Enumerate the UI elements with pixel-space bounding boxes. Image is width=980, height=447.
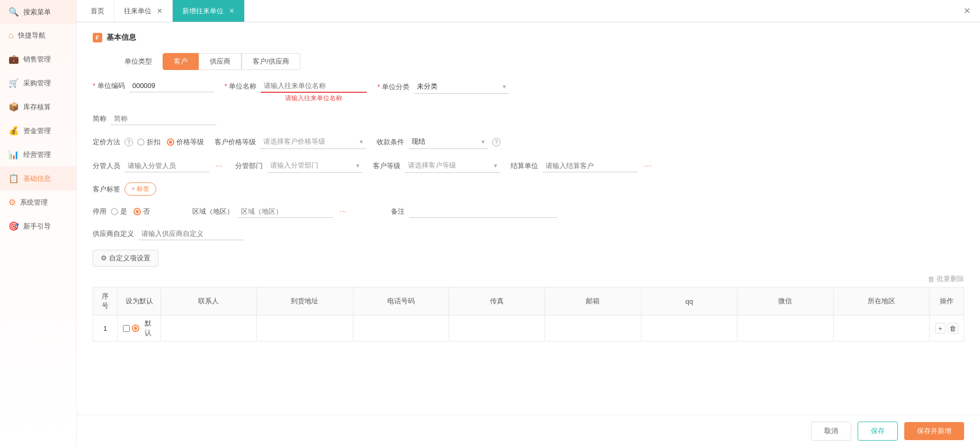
type-btn-both[interactable]: 客户/供应商	[242, 53, 300, 70]
tag-group: 客户标签 + 标签	[93, 182, 156, 196]
unit-name-input[interactable]	[261, 80, 367, 93]
cell-fax[interactable]	[449, 315, 545, 341]
default-radio[interactable]: 默认	[132, 319, 155, 338]
add-tag-button[interactable]: + 标签	[124, 182, 156, 196]
cell-address[interactable]	[257, 315, 353, 341]
chevron-down-icon: ▼	[493, 163, 500, 169]
supplier-custom-input[interactable]	[138, 227, 244, 240]
cell-phone[interactable]	[353, 315, 449, 341]
cell-email[interactable]	[545, 315, 641, 341]
settlement-more-icon[interactable]: ···	[642, 161, 653, 171]
tab-new-partner-close[interactable]: ✕	[229, 7, 235, 15]
remark-input[interactable]	[409, 205, 557, 218]
radio-discount[interactable]: 折扣	[137, 137, 161, 147]
sidebar-item-label: 快捷导航	[18, 31, 46, 40]
cell-wechat[interactable]	[737, 315, 833, 341]
tab-partners-close[interactable]: ✕	[157, 7, 163, 15]
qq-input[interactable]	[647, 325, 732, 332]
sidebar-item-sales[interactable]: 💼 销售管理	[0, 47, 76, 71]
disabled-label: 停用	[93, 207, 106, 216]
payment-terms-select[interactable]: 现结 ▼	[408, 135, 488, 149]
default-label: 默认	[141, 319, 155, 338]
customer-price-level-select[interactable]: 请选择客户价格等级 ▼	[260, 135, 366, 149]
cell-qq[interactable]	[641, 315, 737, 341]
radio-price-level[interactable]: 价格等级	[167, 137, 204, 147]
unit-code-input[interactable]	[129, 80, 214, 92]
disabled-radio-group: 是 否	[111, 207, 150, 216]
short-name-group: 简称	[93, 112, 217, 125]
save-button[interactable]: 保存	[858, 422, 898, 441]
customer-price-level-label: 客户价格等级	[215, 137, 256, 147]
radio-yes-label: 是	[120, 207, 127, 216]
batch-delete-button[interactable]: 🗑 批量删除	[928, 274, 964, 284]
default-radio-circle	[132, 325, 139, 332]
wechat-input[interactable]	[743, 325, 827, 332]
manager-more-icon[interactable]: ···	[213, 161, 225, 171]
department-select[interactable]: 请输入分管部门 ▼	[267, 159, 362, 173]
supplier-custom-label: 供应商自定义	[93, 229, 134, 239]
unit-name-label: 单位名称	[225, 82, 257, 91]
save-new-button[interactable]: 保存并新增	[904, 422, 964, 440]
delete-row-button[interactable]: 🗑	[948, 323, 958, 334]
sidebar-item-system[interactable]: ⚙ 系统管理	[0, 190, 76, 214]
custom-settings-button[interactable]: ⚙ 自定义项设置	[93, 250, 158, 267]
region-input[interactable]	[839, 325, 924, 332]
tab-partners[interactable]: 往来单位 ✕	[114, 0, 173, 22]
basic-info-icon: 📋	[8, 173, 19, 183]
unit-category-select[interactable]: 未分类 ▼	[414, 80, 509, 94]
add-row-button[interactable]: +	[935, 323, 946, 334]
chevron-down-icon: ▼	[480, 139, 488, 145]
disabled-group: 停用 是 否	[93, 207, 150, 216]
sidebar-item-search[interactable]: 🔍 搜索菜单	[0, 0, 76, 24]
radio-price-level-label: 价格等级	[176, 137, 204, 147]
type-btn-supplier[interactable]: 供应商	[199, 53, 242, 70]
radio-disabled-yes[interactable]: 是	[111, 207, 127, 216]
customer-level-select[interactable]: 请选择客户等级 ▼	[405, 159, 500, 173]
payment-terms-value: 现结	[408, 137, 480, 146]
sidebar-item-guide[interactable]: 🎯 新手引导	[0, 214, 76, 238]
sidebar-item-operations[interactable]: 📊 经营管理	[0, 143, 76, 166]
col-phone: 电话号码	[353, 287, 449, 315]
col-seq: 序号	[93, 287, 118, 315]
department-label: 分管部门	[235, 161, 263, 171]
radio-disabled-no[interactable]: 否	[133, 207, 150, 216]
sidebar-item-purchase[interactable]: 🛒 采购管理	[0, 71, 76, 95]
payment-help-icon[interactable]: ?	[492, 138, 501, 146]
pricing-radio-group: 折扣 价格等级	[137, 137, 204, 147]
col-default: 设为默认	[118, 287, 161, 315]
address-input[interactable]	[262, 325, 347, 332]
short-name-input[interactable]	[111, 112, 217, 125]
phone-input[interactable]	[359, 325, 443, 332]
sidebar-item-inventory[interactable]: 📦 库存核算	[0, 95, 76, 119]
manager-input[interactable]	[124, 160, 209, 172]
section-header: F 基本信息	[93, 33, 964, 42]
home-icon: ⌂	[8, 31, 14, 40]
tab-new-partner[interactable]: 新增往来单位 ✕	[173, 0, 245, 22]
row-checkbox[interactable]	[123, 325, 130, 332]
sidebar-item-label: 经营管理	[23, 150, 51, 160]
sidebar-item-finance[interactable]: 💰 资金管理	[0, 119, 76, 143]
area-input[interactable]	[238, 205, 333, 218]
settlement-unit-input[interactable]	[542, 160, 638, 172]
area-more-icon[interactable]: ···	[337, 207, 349, 216]
sidebar-item-quick-nav[interactable]: ⌂ 快捷导航	[0, 24, 76, 47]
cell-contact[interactable]	[161, 315, 256, 341]
cell-region[interactable]	[833, 315, 929, 341]
section-title: 基本信息	[106, 33, 136, 42]
tab-home[interactable]: 首页	[81, 0, 114, 22]
sidebar-item-label: 资金管理	[23, 126, 51, 136]
pricing-method-label: 定价方法	[93, 137, 120, 147]
type-btn-customer[interactable]: 客户	[163, 53, 199, 70]
tab-bar: 首页 往来单位 ✕ 新增往来单位 ✕ ✕	[77, 0, 980, 22]
col-contact: 联系人	[161, 287, 256, 315]
contact-input[interactable]	[166, 325, 251, 332]
cancel-button[interactable]: 取消	[811, 422, 851, 441]
tag-label: 客户标签	[93, 185, 120, 194]
email-input[interactable]	[550, 325, 635, 332]
window-close-button[interactable]: ✕	[958, 6, 976, 16]
pricing-help-icon[interactable]: ?	[124, 138, 133, 146]
sidebar-item-basic-info[interactable]: 📋 基础信息	[0, 166, 76, 190]
purchase-icon: 🛒	[8, 78, 19, 88]
area-label: 区域（地区）	[192, 207, 234, 216]
fax-input[interactable]	[455, 325, 539, 332]
